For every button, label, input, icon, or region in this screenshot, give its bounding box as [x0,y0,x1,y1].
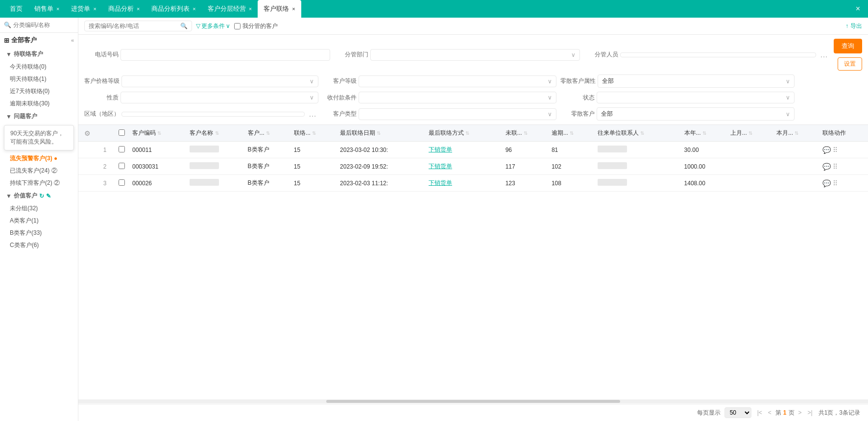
close-icon[interactable]: × [56,6,59,12]
th-code[interactable]: 客户编码 ⇅ [129,125,187,142]
sort-icon: ⇅ [702,130,706,136]
filter-retail-customer: 零散客户 全部 ∨ [560,107,795,121]
close-icon[interactable]: × [137,6,140,12]
th-last-month-amount[interactable]: 上月... ⇅ [727,125,773,142]
table-settings-icon[interactable]: ⚙ [84,129,91,137]
tab-purchase[interactable]: 进货单 × [65,0,102,18]
filter-region-select[interactable] [121,112,305,117]
chevron-down-icon: ∨ [548,111,552,118]
tab-customer-contact[interactable]: 客户联络 × [258,0,301,18]
export-button[interactable]: ↑ 导出 [845,22,862,30]
row-checkbox[interactable] [119,179,125,186]
sidebar-search-input[interactable] [13,22,74,28]
tab-analysis-list[interactable]: 商品分析列表 × [145,0,201,18]
close-icon[interactable]: × [292,6,295,12]
first-page-button[interactable]: |< [755,409,764,416]
tab-home[interactable]: 首页 [4,0,28,18]
more-action-icon[interactable]: ⠿ [833,179,838,187]
last-page-button[interactable]: >| [806,409,815,416]
top-nav: 首页 销售单 × 进货单 × 商品分析 × 商品分析列表 × 客户分层经营 × … [0,0,868,18]
filter-department: 分管部门 ∨ [334,49,580,61]
row-checkbox[interactable] [119,146,125,152]
table-area: ⚙ 客户编码 ⇅ 客户名称 ⇅ [78,125,868,404]
th-last-contact-date[interactable]: 最后联络日期 ⇅ [337,125,426,142]
footer: 每页显示 50 100 200 |< < 第 1 页 > >| 共1页，3条记录 [78,404,868,421]
close-icon[interactable]: × [249,6,252,12]
chat-action-icon[interactable]: 💬 [822,163,831,171]
filter-nature-select[interactable]: ∨ [121,92,318,103]
pending-group-header[interactable]: ▼ 待联络客户 [0,48,78,61]
more-conditions-button[interactable]: ▽ 更多条件 ∨ [196,22,230,30]
th-last-contact-method[interactable]: 最后联络方式 ⇅ [426,125,503,142]
th-this-month-amount[interactable]: 本月... ⇅ [773,125,820,142]
sidebar-item-ungroup[interactable]: 未分组(32) [0,202,78,215]
last-contact-method-link[interactable]: 下销货单 [429,179,452,186]
per-page-select[interactable]: 50 100 200 [724,407,751,418]
row-contact-person [595,175,681,192]
filter-customer-grade-select[interactable]: ∨ [359,75,556,87]
sidebar-item-class-c[interactable]: C类客户(6) [0,239,78,251]
settings-button[interactable]: 设置 [838,57,862,71]
th-no-contact[interactable]: 未联... ⇅ [503,125,549,142]
more-action-icon[interactable]: ⠿ [833,146,838,154]
sidebar-item-today[interactable]: 今天待联络(0) [0,61,78,73]
tab-customer-segment[interactable]: 客户分层经营 × [202,0,258,18]
all-customers-header[interactable]: ⊞ 全部客户 « [0,33,78,48]
next-page-button[interactable]: > [796,409,804,416]
th-type[interactable]: 客户... ⇅ [245,125,291,142]
sidebar-item-churn-decline[interactable]: 持续下滑客户(2) ② [0,177,78,189]
filter-retail-customer-select[interactable]: 全部 ∨ [597,107,795,121]
last-contact-method-link[interactable]: 下销货单 [429,146,452,153]
search-input[interactable] [89,23,180,29]
chat-action-icon[interactable]: 💬 [822,179,831,187]
filter-manager-select[interactable] [620,52,816,57]
filter-status-select[interactable]: ∨ [597,92,795,103]
search-button[interactable]: 🔍 [180,23,188,29]
my-customers-checkbox[interactable] [234,23,241,29]
th-contact-label: 联络... [294,129,311,136]
sidebar-item-tomorrow[interactable]: 明天待联络(1) [0,73,78,85]
sidebar-item-churn-lost[interactable]: 已流失客户(24) ② [0,165,78,177]
row-contact-person [595,142,681,158]
filter-department-label: 分管部门 [334,50,368,59]
sidebar-item-week[interactable]: 近7天待联络(0) [0,85,78,98]
filter-price-grade-select[interactable]: ∨ [121,75,318,87]
select-all-checkbox[interactable] [119,129,125,136]
close-icon[interactable]: × [93,6,96,12]
more-icon[interactable]: … [307,110,318,119]
table-header-row: ⚙ 客户编码 ⇅ 客户名称 ⇅ [78,125,868,142]
row-checkbox[interactable] [119,163,125,169]
filter-customer-grade: 客户等级 ∨ [322,75,556,87]
filter-customer-type-select[interactable]: ∨ [359,108,556,120]
filter-payment-select[interactable]: ∨ [359,92,556,103]
tab-sales[interactable]: 销售单 × [28,0,65,18]
row-check [114,175,129,192]
sidebar-item-churn-warning[interactable]: 流失预警客户(3) ● [0,152,78,165]
th-contact[interactable]: 联络... ⇅ [291,125,337,142]
th-year-amount[interactable]: 本年... ⇅ [681,125,727,142]
sidebar-item-class-a[interactable]: A类客户(1) [0,215,78,227]
value-group-edit-icon[interactable]: ✎ [46,193,51,199]
last-contact-method-link[interactable]: 下销货单 [429,163,452,170]
search-icon: 🔍 [4,22,11,28]
query-button[interactable]: 查询 [834,39,862,53]
filter-department-select[interactable]: ∨ [370,49,580,61]
filter-phone-input[interactable] [121,49,330,61]
window-close-button[interactable]: × [852,4,864,13]
toolbar-search-box: 🔍 [84,21,192,31]
more-icon[interactable]: … [818,50,830,59]
prev-page-button[interactable]: < [766,409,773,416]
close-icon[interactable]: × [193,6,195,12]
chat-action-icon[interactable]: 💬 [822,146,831,154]
th-overdue[interactable]: 逾期... ⇅ [549,125,595,142]
value-group-refresh-icon[interactable]: ↻ [39,193,44,199]
value-group-header[interactable]: ▼ 价值客户 ↻ ✎ [0,189,78,202]
more-action-icon[interactable]: ⠿ [833,163,838,171]
sidebar-item-class-b[interactable]: B类客户(33) [0,227,78,239]
th-name[interactable]: 客户名称 ⇅ [187,125,244,142]
churn-group-header[interactable]: ▼ 问题客户 [0,110,78,123]
tab-analysis[interactable]: 商品分析 × [102,0,145,18]
sidebar-item-overdue[interactable]: 逾期未联络(30) [0,98,78,110]
filter-retail-attr-select[interactable]: 全部 ∨ [598,74,795,88]
th-contact-person[interactable]: 往来单位联系人 ⇅ [595,125,681,142]
